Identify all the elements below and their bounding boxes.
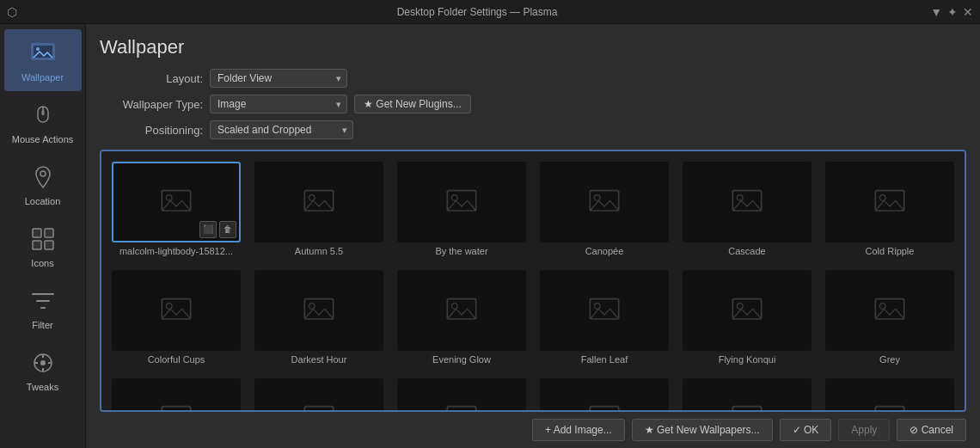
sidebar-item-filter[interactable]: Filter <box>4 277 82 339</box>
svg-rect-25 <box>732 191 761 211</box>
wallpaper-thumb <box>683 162 812 242</box>
wallpaper-thumb <box>254 162 383 242</box>
apply-button[interactable]: Apply <box>838 419 890 441</box>
svg-point-30 <box>166 303 172 309</box>
svg-point-20 <box>309 195 315 201</box>
wallpaper-thumb <box>397 270 526 351</box>
close-icon[interactable]: ✕ <box>963 5 973 19</box>
wallpaper-name: Fallen Leaf <box>540 354 669 365</box>
sidebar-item-icons[interactable]: Icons <box>4 215 82 277</box>
list-item[interactable]: Autumn 5.5 <box>251 158 387 260</box>
sidebar-item-mouse-actions[interactable]: Mouse Actions <box>4 91 82 153</box>
svg-rect-27 <box>875 191 903 211</box>
mouse-icon <box>28 100 58 131</box>
layout-select[interactable]: Folder View <box>210 69 347 88</box>
thumb-preview-btn[interactable]: ⬛ <box>199 221 217 238</box>
wallpaper-thumb <box>112 270 241 351</box>
get-new-wallpapers-button[interactable]: ★ Get New Wallpapers... <box>632 419 773 441</box>
list-item[interactable] <box>394 375 530 413</box>
svg-point-40 <box>879 303 885 309</box>
list-item[interactable]: ⬛ 🗑 malcolm-lightbody-15812... <box>108 158 244 260</box>
wallpaper-grid-container[interactable]: ⬛ 🗑 malcolm-lightbody-15812... Autumn 5.… <box>100 150 966 412</box>
wallpaper-thumb <box>683 270 812 351</box>
layout-row: Layout: Folder View <box>100 69 966 88</box>
wallpaper-thumb <box>825 378 954 413</box>
svg-point-5 <box>41 110 45 115</box>
svg-point-26 <box>737 195 743 201</box>
list-item[interactable] <box>536 375 672 413</box>
svg-point-36 <box>594 303 600 309</box>
cancel-button[interactable]: ⊘ Cancel <box>897 419 966 441</box>
get-new-plugins-button[interactable]: ★ Get New Plugins... <box>354 95 471 114</box>
svg-rect-39 <box>875 298 903 318</box>
tweaks-icon <box>28 347 58 378</box>
svg-rect-19 <box>304 191 333 211</box>
sidebar-item-location-label: Location <box>25 196 61 206</box>
svg-rect-10 <box>45 241 53 249</box>
layout-label: Layout: <box>100 72 203 85</box>
positioning-select-wrapper: Scaled and Cropped Scaled Scaled, keep p… <box>210 120 353 139</box>
svg-rect-37 <box>732 298 761 318</box>
sidebar-item-wallpaper-label: Wallpaper <box>21 72 64 83</box>
list-item[interactable]: Cold Ripple <box>822 158 958 260</box>
add-image-button[interactable]: + Add Image... <box>532 419 625 441</box>
list-item[interactable] <box>251 375 387 413</box>
positioning-select[interactable]: Scaled and Cropped Scaled Scaled, keep p… <box>210 120 353 139</box>
svg-point-18 <box>166 195 172 201</box>
minimize-icon[interactable]: ▼ <box>930 5 942 19</box>
svg-point-22 <box>451 195 457 201</box>
list-item[interactable]: Darkest Hour <box>251 267 387 368</box>
location-icon <box>28 162 58 193</box>
sidebar-item-tweaks-label: Tweaks <box>27 382 58 392</box>
form-rows: Layout: Folder View Wallpaper Type: Imag… <box>100 69 966 139</box>
list-item[interactable]: Flying Konqui <box>679 267 815 368</box>
sidebar-item-location[interactable]: Location <box>4 153 82 215</box>
thumb-delete-btn[interactable]: 🗑 <box>219 221 236 238</box>
content-area: Wallpaper Layout: Folder View Wallpaper … <box>86 24 980 448</box>
titlebar: ⬡ Desktop Folder Settings — Plasma ▼ ✦ ✕ <box>0 0 980 24</box>
svg-point-38 <box>737 303 743 309</box>
list-item[interactable]: Cascade <box>679 158 815 260</box>
wallpaper-type-select[interactable]: Image <box>210 95 347 114</box>
wallpaper-thumb <box>540 162 669 242</box>
ok-button[interactable]: ✓ OK <box>780 419 832 441</box>
wallpaper-thumb <box>540 270 669 351</box>
list-item[interactable] <box>108 375 244 413</box>
wallpaper-icon <box>28 38 58 69</box>
list-item[interactable]: Fallen Leaf <box>536 267 672 368</box>
titlebar-title: Desktop Folder Settings — Plasma <box>24 6 930 18</box>
svg-rect-9 <box>33 241 41 249</box>
list-item[interactable] <box>822 375 958 413</box>
svg-rect-21 <box>447 191 475 211</box>
svg-rect-35 <box>590 298 618 318</box>
settings-icon[interactable]: ✦ <box>947 5 958 19</box>
wallpaper-grid: ⬛ 🗑 malcolm-lightbody-15812... Autumn 5.… <box>108 158 958 412</box>
sidebar-item-tweaks[interactable]: Tweaks <box>4 339 82 401</box>
svg-point-2 <box>36 47 40 51</box>
svg-point-12 <box>40 360 46 365</box>
wallpaper-name: Darkest Hour <box>254 354 383 365</box>
sidebar-item-wallpaper[interactable]: Wallpaper <box>4 29 82 91</box>
wallpaper-thumb <box>254 270 383 351</box>
list-item[interactable]: Evening Glow <box>394 267 530 368</box>
wallpaper-type-select-wrapper: Image <box>210 95 347 114</box>
wallpaper-thumb <box>683 378 812 413</box>
wallpaper-name: Flying Konqui <box>683 354 812 365</box>
list-item[interactable] <box>679 375 815 413</box>
list-item[interactable]: Colorful Cups <box>108 267 244 368</box>
list-item[interactable]: Grey <box>822 267 958 368</box>
thumb-actions: ⬛ 🗑 <box>199 221 236 238</box>
wallpaper-thumb <box>825 162 954 242</box>
wallpaper-type-row: Wallpaper Type: Image ★ Get New Plugins.… <box>100 95 966 114</box>
list-item[interactable]: By the water <box>394 158 530 260</box>
filter-icon <box>28 285 58 316</box>
svg-rect-31 <box>304 298 333 318</box>
wallpaper-name: Colorful Cups <box>112 354 241 365</box>
wallpaper-name: Cold Ripple <box>825 246 954 256</box>
svg-point-24 <box>594 195 600 201</box>
wallpaper-name: Evening Glow <box>397 354 526 365</box>
bottom-bar: + Add Image... ★ Get New Wallpapers... ✓… <box>100 412 966 448</box>
svg-rect-29 <box>162 298 190 318</box>
list-item[interactable]: Canopée <box>536 158 672 260</box>
sidebar-item-mouse-actions-label: Mouse Actions <box>12 134 74 144</box>
